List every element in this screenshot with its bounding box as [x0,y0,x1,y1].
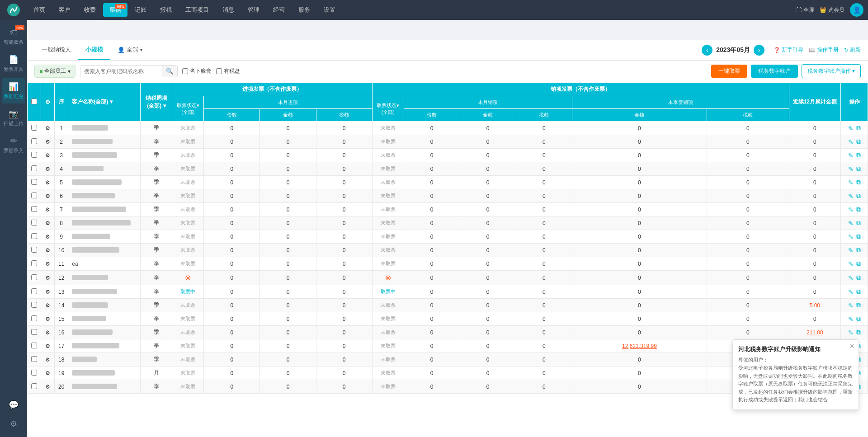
row-checkbox[interactable] [28,176,41,189]
copy-icon[interactable]: ⧉ [856,219,861,227]
app-logo[interactable] [5,1,23,19]
row-checkbox[interactable] [28,353,41,367]
row-checkbox[interactable] [28,367,41,380]
new-guide-link[interactable]: ❓ 新手引导 [774,46,803,54]
nav-home[interactable]: 首页 [27,3,52,17]
row-gear[interactable]: ⚙ [41,380,55,394]
sidebar-item-smart-ticket[interactable]: new 🏷 智能取票 [2,24,25,49]
copy-icon[interactable]: ⧉ [856,151,861,159]
row-gear[interactable]: ⚙ [41,216,55,230]
tax-digital-account-btn[interactable]: 税务数字账户 [751,65,798,78]
copy-icon[interactable]: ⧉ [856,246,861,254]
row-checkbox[interactable] [28,189,41,203]
copy-icon[interactable]: ⧉ [856,192,861,200]
row-checkbox[interactable] [28,216,41,230]
row-checkbox[interactable] [28,162,41,176]
row-checkbox[interactable] [28,380,41,394]
edit-icon[interactable]: ✎ [848,288,854,296]
tab-small-scale[interactable]: 小规模 [78,40,110,60]
row-checkbox[interactable] [28,257,41,271]
edit-icon[interactable]: ✎ [848,179,854,186]
nav-settings[interactable]: 设置 [317,3,342,17]
row-gear[interactable]: ⚙ [41,149,55,162]
search-button[interactable]: 🔍 [162,66,177,77]
row-gear[interactable]: ⚙ [41,230,55,244]
row-gear[interactable]: ⚙ [41,189,55,203]
row-checkbox[interactable] [28,244,41,257]
edit-icon[interactable]: ✎ [848,165,854,173]
row-checkbox[interactable] [28,326,41,339]
checkbox-subledger[interactable]: 名下账套 [182,67,212,75]
sidebar-item-config[interactable]: ⚙ [2,415,25,432]
sidebar-item-message[interactable]: 💬 [2,396,25,414]
row-gear[interactable]: ⚙ [41,353,55,367]
copy-icon[interactable]: ⧉ [856,124,861,132]
tab-general-taxpayer[interactable]: 一般纳税人 [34,40,78,60]
sidebar-item-ticket-entry[interactable]: ✏ 票据录入 [2,132,25,158]
nav-management[interactable]: 管理 [241,3,266,17]
nav-operations[interactable]: 经营 [267,3,291,17]
search-input[interactable] [80,66,162,77]
copy-icon[interactable]: ⧉ [856,288,861,296]
row-gear[interactable]: ⚙ [41,326,55,339]
sidebar-item-invoice-summary[interactable]: 📊 票据汇总 [2,78,25,103]
tax-digital-account-op-btn[interactable]: 税务数字账户操作 ▾ [802,64,861,78]
row-gear[interactable]: ⚙ [41,271,55,285]
copy-icon[interactable]: ⧉ [856,329,861,336]
nav-billing[interactable]: 收费 [78,3,102,17]
row-gear[interactable]: ⚙ [41,312,55,326]
edit-icon[interactable]: ✎ [848,193,854,200]
refresh-link[interactable]: ↻ 刷新 [844,46,861,54]
select-all-checkbox[interactable] [31,99,37,104]
row-gear[interactable]: ⚙ [41,299,55,312]
nav-customers[interactable]: 客户 [52,3,77,17]
edit-icon[interactable]: ✎ [848,125,854,132]
row-gear[interactable]: ⚙ [41,203,55,216]
nav-tax[interactable]: 报税 [154,3,178,17]
row-gear[interactable]: ⚙ [41,244,55,257]
notification-close-btn[interactable]: ✕ [849,343,855,350]
row-checkbox[interactable] [28,271,41,285]
row-checkbox[interactable] [28,299,41,312]
row-gear[interactable]: ⚙ [41,135,55,149]
row-checkbox[interactable] [28,339,41,353]
row-checkbox[interactable] [28,135,41,149]
copy-icon[interactable]: ⧉ [856,274,861,282]
copy-icon[interactable]: ⧉ [856,315,861,323]
row-checkbox[interactable] [28,149,41,162]
edit-icon[interactable]: ✎ [848,315,854,323]
row-checkbox[interactable] [28,312,41,326]
copy-icon[interactable]: ⧉ [856,206,861,213]
fullscreen-btn[interactable]: ⛶ 全屏 [796,6,814,14]
next-period-btn[interactable]: › [754,45,764,56]
manual-link[interactable]: 📖 操作手册 [809,46,839,54]
subledger-checkbox[interactable] [182,68,188,74]
row-checkbox[interactable] [28,203,41,216]
row-gear[interactable]: ⚙ [41,257,55,271]
edit-icon[interactable]: ✎ [848,274,854,282]
edit-icon[interactable]: ✎ [848,206,854,213]
edit-icon[interactable]: ✎ [848,152,854,159]
edit-icon[interactable]: ✎ [848,302,854,309]
row-gear[interactable]: ⚙ [41,367,55,380]
sidebar-item-invoice-open[interactable]: 📄 发票开具 [2,51,25,76]
nav-business[interactable]: 工商项目 [179,3,215,17]
row-checkbox[interactable] [28,230,41,244]
row-gear[interactable]: ⚙ [41,285,55,299]
copy-icon[interactable]: ⧉ [856,179,861,186]
nav-services[interactable]: 服务 [292,3,316,17]
edit-icon[interactable]: ✎ [848,247,854,254]
copy-icon[interactable]: ⧉ [856,138,861,146]
tab-all[interactable]: 👤 全能 ▾ [110,40,150,60]
employee-filter[interactable]: ■ 全部员工 ▾ [34,65,75,78]
edit-icon[interactable]: ✎ [848,220,854,227]
copy-icon[interactable]: ⧉ [856,233,861,240]
copy-icon[interactable]: ⧉ [856,260,861,268]
row-gear[interactable]: ⚙ [41,122,55,135]
nav-messages[interactable]: 消息 [216,3,241,17]
one-key-ticket-btn[interactable]: 一键取票 [711,65,747,78]
row-gear[interactable]: ⚙ [41,176,55,189]
prev-period-btn[interactable]: ‹ [702,45,712,56]
copy-icon[interactable]: ⧉ [856,165,861,173]
copy-icon[interactable]: ⧉ [856,301,861,309]
